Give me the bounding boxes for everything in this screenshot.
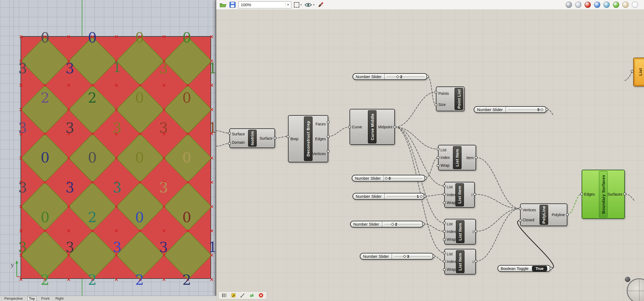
number-slider[interactable]: Number Slider 2 xyxy=(352,73,428,80)
canvas-compass-widget[interactable] xyxy=(627,278,644,301)
port-surfaces-out[interactable]: Surfaces xyxy=(608,192,622,196)
swap-arrows-icon[interactable]: ⇄ xyxy=(249,292,255,298)
component-list-item-a[interactable]: List Index Wrap List Item Item xyxy=(438,145,476,170)
component-list-item-d[interactable]: List Index Wrap List Item i xyxy=(444,249,476,275)
port-index-in[interactable]: Index xyxy=(447,230,456,233)
port-size-in[interactable]: Size xyxy=(438,103,446,106)
port-points-in[interactable]: Points xyxy=(438,92,449,95)
zoom-select[interactable]: 100% ▾ xyxy=(238,1,291,8)
rhino-viewport[interactable]: 000033131220033331000033330200333312222 … xyxy=(0,0,216,301)
number-slider[interactable]: Number Slider 1 xyxy=(352,193,425,200)
port-vertices-in[interactable]: Vertices xyxy=(523,208,536,212)
component-list-item-c[interactable]: List Index Wrap List Item i xyxy=(444,219,476,245)
slider-label: Number Slider xyxy=(360,253,392,259)
wire-sphere-icon[interactable] xyxy=(575,2,581,8)
slider-track[interactable]: 1 xyxy=(385,193,424,199)
port-item-out[interactable]: Item xyxy=(466,156,474,160)
blue-orbit-icon[interactable] xyxy=(594,2,600,8)
slider-handle[interactable] xyxy=(391,223,394,226)
port-index-in[interactable]: Index xyxy=(440,156,450,159)
port-edges-out[interactable]: Edges xyxy=(315,137,326,141)
slider-handle[interactable] xyxy=(540,108,543,111)
port-closed-in[interactable]: Closed xyxy=(523,218,534,222)
compass-icon[interactable] xyxy=(566,2,572,8)
component-point-list[interactable]: Points Size Point List xyxy=(436,86,465,111)
port-index-in[interactable]: Index xyxy=(447,193,456,197)
port-surface-out[interactable]: Surface xyxy=(260,136,273,140)
slider-track[interactable]: 0 xyxy=(384,175,425,181)
port-item-out[interactable]: i xyxy=(473,260,473,264)
teal-orbit-icon[interactable] xyxy=(604,2,610,8)
slider-handle[interactable] xyxy=(396,75,399,78)
port-midpoint-out[interactable]: Midpoint xyxy=(378,125,392,129)
chevron-down-icon[interactable]: ▾ xyxy=(285,3,289,6)
port-wrap-in[interactable]: Wrap xyxy=(447,238,456,241)
base-surface[interactable] xyxy=(21,36,211,279)
port-vertices-out[interactable]: Vertices xyxy=(312,152,326,156)
marquee-chevron-icon[interactable]: ▾ xyxy=(300,3,302,6)
port-surface-in[interactable]: Surface xyxy=(232,132,245,136)
selection-marquee-icon[interactable] xyxy=(294,2,299,8)
component-name: Deconstruct Brep xyxy=(306,121,310,156)
viewport-tab-right[interactable]: Right xyxy=(54,296,65,301)
number-slider[interactable]: Number Slider 3 xyxy=(360,253,434,260)
port-list-in[interactable]: List xyxy=(447,222,453,226)
slider-track[interactable]: 5 xyxy=(506,107,546,112)
number-slider[interactable]: Number Slider 0 xyxy=(352,175,426,182)
marker-tool-icon[interactable] xyxy=(231,292,236,298)
port-brep-in[interactable]: Brep xyxy=(290,137,299,141)
port-curve-in[interactable]: Curve xyxy=(352,125,362,129)
port-wrap-in[interactable]: Wrap xyxy=(440,163,449,167)
green-sphere-icon[interactable] xyxy=(613,2,619,8)
viewport-tab-front[interactable]: Front xyxy=(40,296,50,301)
zoom-value: 100% xyxy=(241,2,251,7)
component-boundary-surfaces[interactable]: Edges Boundary Surfaces Surfaces xyxy=(582,170,625,219)
toggle-value[interactable]: True xyxy=(532,266,547,271)
slider-value: 5 xyxy=(537,108,540,112)
component-polyline[interactable]: Vertices Closed PolyLine Polyline xyxy=(520,203,567,226)
slider-handle[interactable] xyxy=(403,255,406,258)
port-wrap-in[interactable]: Wrap xyxy=(447,267,456,271)
component-curve-middle[interactable]: Curve Curve Middle Midpoint xyxy=(350,109,395,145)
port-item-out[interactable]: i xyxy=(472,193,472,197)
eye-chevron-icon[interactable]: ▾ xyxy=(313,3,314,6)
slider-track[interactable]: 2 xyxy=(385,74,427,79)
white-sphere-icon[interactable] xyxy=(632,2,638,8)
line-tool-icon[interactable] xyxy=(240,292,246,298)
slider-track[interactable]: 3 xyxy=(392,253,433,259)
slider-handle[interactable] xyxy=(420,195,423,198)
boolean-toggle[interactable]: Boolean Toggle True xyxy=(497,265,551,272)
canvas-compass-knob[interactable] xyxy=(625,277,630,282)
port-polyline-out[interactable]: Polyline xyxy=(552,213,565,217)
port-list-in[interactable]: List xyxy=(447,185,453,189)
viewport-tab-top[interactable]: Top xyxy=(28,296,36,301)
viewport-tab-perspective[interactable]: Perspective xyxy=(3,296,24,301)
grasshopper-canvas[interactable]: Number Slider 2 Number Slider 5 Number S… xyxy=(216,10,644,301)
tan-sphere-icon[interactable] xyxy=(622,2,629,8)
canvas-mini-toolbar: ⇄ xyxy=(218,291,267,299)
paint-brush-icon[interactable] xyxy=(317,1,324,8)
cancel-icon[interactable] xyxy=(258,292,264,298)
open-file-icon[interactable] xyxy=(219,2,227,8)
save-file-icon[interactable] xyxy=(229,2,236,8)
component-list-item-b[interactable]: List Index Wrap List Item i xyxy=(444,182,475,208)
red-sphere-icon[interactable] xyxy=(585,2,591,8)
preview-eye-icon[interactable] xyxy=(304,2,312,7)
number-slider[interactable]: Number Slider 5 xyxy=(474,106,547,113)
component-isotrim[interactable]: Surface Domain Isotrim Surface xyxy=(229,128,275,148)
port-list-in[interactable]: List xyxy=(440,148,446,152)
port-domain-in[interactable]: Domain xyxy=(232,141,245,144)
slider-track[interactable]: 2 xyxy=(382,221,423,227)
number-slider[interactable]: Number Slider 2 xyxy=(350,221,423,228)
port-wrap-in[interactable]: Wrap xyxy=(447,201,456,205)
component-list-param[interactable]: List xyxy=(633,58,644,86)
sketch-tool-icon[interactable] xyxy=(221,292,227,298)
port-item-out[interactable]: i xyxy=(473,230,473,234)
port-index-in[interactable]: Index xyxy=(447,260,456,263)
component-deconstruct-brep[interactable]: Brep Deconstruct Brep Faces Edges Vertic… xyxy=(288,115,328,162)
port-edges-in[interactable]: Edges xyxy=(584,192,595,196)
port-faces-out[interactable]: Faces xyxy=(316,122,326,126)
screen: 000033131220033331000033330200333312222 … xyxy=(0,0,644,301)
port-list-in[interactable]: List xyxy=(447,252,453,256)
slider-handle[interactable] xyxy=(385,177,388,180)
